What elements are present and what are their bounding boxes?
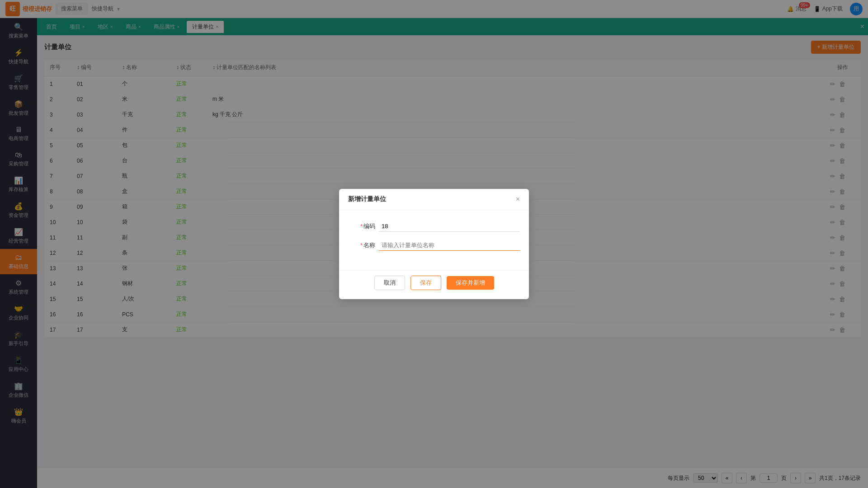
save-and-new-button[interactable]: 保存并新增 bbox=[447, 276, 494, 290]
form-row-code: 编码 bbox=[348, 221, 520, 232]
save-button[interactable]: 保存 bbox=[410, 276, 441, 290]
modal-body: 编码 名称 bbox=[339, 210, 529, 270]
modal-close-btn[interactable]: × bbox=[516, 196, 520, 203]
form-row-name: 名称 bbox=[348, 240, 520, 251]
code-input[interactable] bbox=[379, 221, 520, 232]
name-input[interactable] bbox=[379, 240, 520, 251]
modal-header: 新增计量单位 × bbox=[339, 189, 529, 210]
modal-overlay[interactable]: 新增计量单位 × 编码 名称 取消 保存 保存并新增 bbox=[0, 0, 868, 488]
modal-title: 新增计量单位 bbox=[348, 195, 386, 203]
name-label: 名称 bbox=[348, 241, 375, 249]
add-unit-modal: 新增计量单位 × 编码 名称 取消 保存 保存并新增 bbox=[339, 189, 529, 299]
code-label: 编码 bbox=[348, 222, 375, 230]
modal-footer: 取消 保存 保存并新增 bbox=[339, 270, 529, 299]
cancel-button[interactable]: 取消 bbox=[374, 276, 405, 290]
